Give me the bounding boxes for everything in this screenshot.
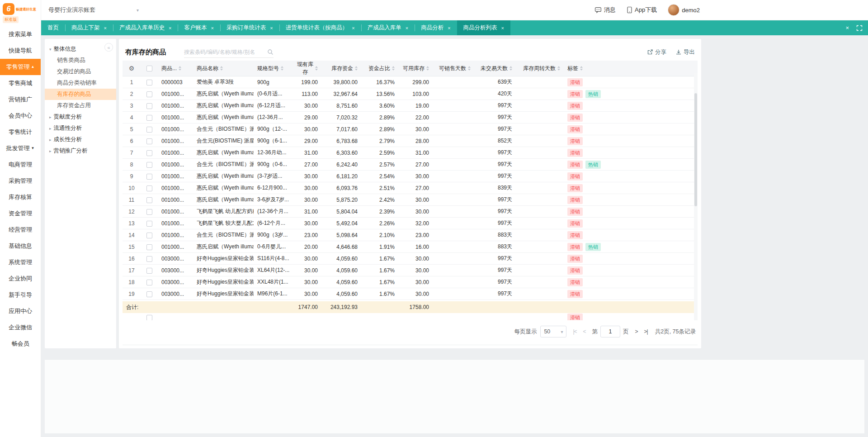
sort-icon[interactable] — [557, 66, 560, 71]
table-row[interactable]: 9001000...惠氏启赋（Wyeth illuma）(3-7岁适...30.… — [123, 171, 698, 182]
close-tab-icon[interactable]: × — [211, 25, 213, 31]
search-input[interactable] — [184, 49, 267, 55]
close-tab-icon[interactable]: × — [448, 25, 450, 31]
close-tab-icon[interactable]: × — [169, 25, 171, 31]
table-row[interactable]: 18003000...好奇Huggies皇家铂金装拉拉XXL48片(1...30… — [123, 276, 698, 288]
row-checkbox[interactable] — [146, 127, 152, 133]
row-checkbox[interactable] — [146, 280, 152, 285]
subnav-item[interactable]: 有库存的商品 — [45, 89, 116, 100]
table-row[interactable]: 19003000...好奇Huggies皇家铂金装纸尿M96片(6-1...30… — [123, 288, 698, 300]
row-checkbox[interactable] — [146, 221, 152, 227]
page-input[interactable] — [600, 326, 620, 337]
row-checkbox[interactable] — [146, 197, 152, 203]
sort-icon[interactable] — [468, 66, 471, 71]
close-tab-icon[interactable]: × — [501, 25, 504, 31]
sort-icon[interactable] — [392, 66, 395, 71]
subnav-group[interactable]: ▸营销推广分析 — [45, 145, 116, 157]
tab[interactable]: 客户账本× — [178, 20, 220, 35]
tab[interactable]: 进货单统计表（按商品）× — [279, 20, 361, 35]
row-checkbox[interactable] — [146, 80, 152, 86]
last-page-button[interactable]: >| — [644, 328, 648, 335]
tab[interactable]: 产成品入库单× — [361, 20, 415, 35]
subnav-group[interactable]: ▸贡献度分析 — [45, 111, 116, 123]
table-row[interactable]: 8001000...合生元（BIOSTIME）派星 1900g（0-6...27… — [123, 159, 698, 171]
share-button[interactable]: 分享 — [647, 48, 666, 56]
column-header[interactable]: 未交易天数 — [474, 61, 516, 76]
sidebar-item[interactable]: 应用中心 — [0, 303, 41, 319]
sidebar-item[interactable]: 新手引导 — [0, 287, 41, 303]
row-checkbox[interactable] — [146, 291, 152, 297]
row-checkbox[interactable] — [146, 162, 152, 168]
table-row[interactable]: 6001000...合生元(BIOSTIME) 派星较大900g（6-1...2… — [123, 135, 698, 147]
sidebar-item[interactable]: 会员中心 — [0, 108, 41, 124]
select-all-checkbox[interactable] — [146, 66, 152, 71]
subnav-item[interactable]: 交易过的商品 — [45, 66, 116, 77]
tab[interactable]: 商品分析× — [415, 20, 457, 35]
table-row[interactable]: 17003000...好奇Huggies皇家铂金装纸尿XL64片(12-...3… — [123, 265, 698, 276]
subnav-group[interactable]: ▸成长性分析 — [45, 134, 116, 145]
column-header[interactable]: 可用库存 — [398, 61, 433, 76]
row-checkbox[interactable] — [146, 150, 152, 156]
close-all-tabs-icon[interactable]: × — [845, 24, 849, 31]
sort-icon[interactable] — [355, 66, 358, 71]
table-row[interactable]: 11001000...惠氏启赋（Wyeth illuma）3-6岁及7岁...3… — [123, 194, 698, 206]
row-checkbox[interactable] — [146, 233, 152, 238]
row-checkbox[interactable] — [146, 256, 152, 262]
select-all-header[interactable] — [141, 61, 158, 76]
sidebar-item[interactable]: 零售商城 — [0, 75, 41, 91]
row-checkbox[interactable] — [146, 315, 152, 320]
sort-icon[interactable] — [179, 66, 181, 71]
tab[interactable]: 首页 — [41, 20, 65, 35]
row-checkbox[interactable] — [146, 103, 152, 109]
table-row[interactable]: 3001000...惠氏启赋（Wyeth illuma）(6-12月适...30… — [123, 100, 698, 112]
user-menu[interactable]: demo2 — [668, 4, 700, 16]
subnav-item[interactable]: 销售类商品 — [45, 55, 116, 66]
row-checkbox[interactable] — [146, 138, 152, 144]
sidebar-item[interactable]: 系统管理 — [0, 254, 41, 271]
sort-icon[interactable] — [580, 66, 583, 71]
column-header[interactable]: 规格型号 — [254, 61, 293, 76]
gear-icon[interactable]: ⚙ — [129, 65, 135, 72]
table-row[interactable]: 13001000...飞鹤星飞帆 较大婴儿配方奶(6-12个月...30.005… — [123, 218, 698, 229]
close-tab-icon[interactable]: × — [352, 25, 354, 31]
close-tab-icon[interactable]: × — [104, 25, 107, 31]
sidebar-item[interactable]: 库存核算 — [0, 189, 41, 205]
column-header[interactable]: 现有库存 — [293, 61, 321, 76]
export-button[interactable]: 导出 — [675, 48, 695, 56]
sort-icon[interactable] — [281, 66, 283, 71]
sidebar-item[interactable]: 零售管理▲ — [0, 59, 41, 75]
tab[interactable]: 产成品入库单历史× — [113, 20, 178, 35]
column-header[interactable]: 商品名称 — [193, 61, 254, 76]
scrollbar-thumb[interactable] — [694, 93, 697, 206]
column-header[interactable]: 库存资金 — [321, 61, 361, 76]
subnav-item[interactable]: 库存资金占用 — [45, 100, 116, 111]
tab[interactable]: 采购订单统计表× — [220, 20, 279, 35]
sidebar-item[interactable]: 畅会员 — [0, 336, 41, 352]
sort-icon[interactable] — [509, 66, 512, 71]
subnav-item[interactable]: 商品分类动销率 — [45, 77, 116, 89]
row-checkbox[interactable] — [146, 174, 152, 180]
table-row[interactable]: 14001000...合生元（BIOSTIME）派星 3900g（3岁...23… — [123, 229, 698, 241]
next-page-button[interactable]: > — [635, 328, 638, 335]
sidebar-item[interactable]: 电商管理 — [0, 157, 41, 173]
column-header[interactable]: 商品... — [158, 61, 193, 76]
prev-page-button[interactable]: < — [583, 328, 586, 335]
column-header[interactable]: 资金占比 — [361, 61, 398, 76]
close-tab-icon[interactable]: × — [270, 25, 273, 31]
fullscreen-icon[interactable] — [856, 25, 863, 31]
sidebar-item[interactable]: 快捷导航 — [0, 43, 41, 59]
sidebar-item[interactable]: 经营管理 — [0, 222, 41, 238]
subnav-group[interactable]: ▸流通性分析 — [45, 123, 116, 134]
app-download-button[interactable]: App下载 — [627, 6, 657, 14]
first-page-button[interactable]: |< — [573, 328, 576, 335]
table-scrollbar[interactable] — [694, 73, 698, 320]
column-header[interactable]: 可销售天数 — [433, 61, 474, 76]
messages-button[interactable]: 消息 — [594, 6, 616, 14]
sort-icon[interactable] — [315, 66, 318, 71]
per-page-select[interactable]: 50 ▾ — [540, 326, 566, 337]
column-header[interactable]: 标签 — [564, 61, 698, 76]
table-row[interactable]: 7001000...惠氏启赋（Wyeth illuma）12-36月幼...31… — [123, 147, 698, 159]
sidebar-item[interactable]: 零售统计 — [0, 124, 41, 140]
row-checkbox[interactable] — [146, 244, 152, 250]
search-icon[interactable] — [267, 49, 274, 55]
